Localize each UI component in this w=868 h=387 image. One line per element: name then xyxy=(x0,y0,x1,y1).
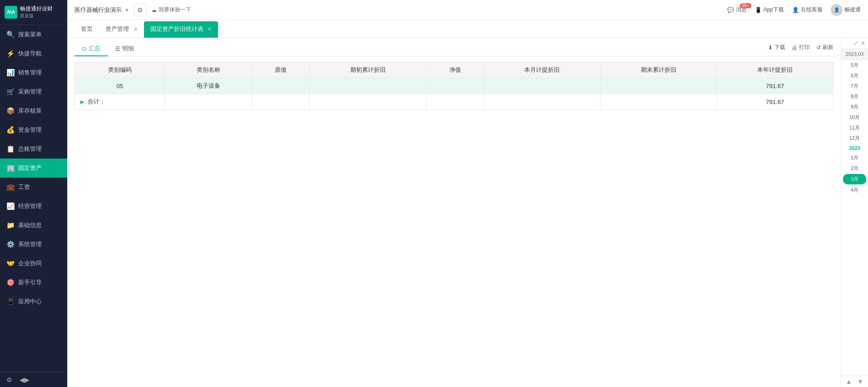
sidebar-bottom: ⚙ ◀▶ xyxy=(0,372,67,387)
topbar-settings-button[interactable]: ⚙ xyxy=(134,4,147,16)
service-icon: 👤 xyxy=(792,7,799,13)
messages-button[interactable]: 💬 消息 99+ xyxy=(727,6,747,14)
date-panel-arrows: ▲ ▼ xyxy=(841,376,868,387)
tab-depreciation-close[interactable]: ✕ xyxy=(208,26,212,32)
print-button[interactable]: 🖨 打印 xyxy=(792,44,810,51)
total-net-value xyxy=(426,94,484,110)
company-selector[interactable]: 医疗器械行业演示 ▼ xyxy=(74,6,129,14)
dropdown-icon: ▼ xyxy=(124,7,129,13)
date-month-12[interactable]: 12月 xyxy=(841,133,868,144)
report-panel: ⊙ 汇总 ☰ 明细 ⬇ 下载 🖨 打印 xyxy=(67,38,841,387)
sidebar-item-fixed-assets[interactable]: 🏢 固定资产 xyxy=(0,159,67,178)
message-badge: 99+ xyxy=(740,3,751,8)
sidebar-item-search[interactable]: 🔍 搜索菜单 xyxy=(0,25,67,44)
sidebar-item-payroll[interactable]: 💼 工资 xyxy=(0,178,67,197)
sidebar-item-operations[interactable]: 📈 经营管理 xyxy=(0,197,67,216)
search-icon: 🔍 xyxy=(6,30,15,39)
operations-icon: 📈 xyxy=(6,202,15,210)
table-row: 05 电子设备 791.67 xyxy=(75,78,833,94)
cell-annual-dep: 791.67 xyxy=(717,78,833,94)
cell-net-value xyxy=(426,78,484,94)
date-month-10[interactable]: 10月 xyxy=(841,112,868,123)
total-icon: ▶ xyxy=(80,99,84,104)
download-button[interactable]: ⬇ 下载 xyxy=(768,44,785,51)
sidebar-nav: 🔍 搜索菜单 ⚡ 快捷导航 📊 销售管理 🛒 采购管理 📦 库存核算 💰 资金管… xyxy=(0,25,67,372)
date-month-2023-1[interactable]: 1月 xyxy=(841,153,868,163)
date-year-2023: 2023 xyxy=(841,144,868,153)
enterprise-icon: 🤝 xyxy=(6,259,15,268)
cell-original xyxy=(252,78,310,94)
date-panel-body: 5月 6月 7月 8月 9月 10月 11月 12月 2023 1月 2月 3月… xyxy=(841,60,868,376)
date-month-8[interactable]: 8月 xyxy=(841,91,868,102)
detail-tab-icon: ☰ xyxy=(115,45,120,52)
date-month-6[interactable]: 6月 xyxy=(841,70,868,81)
summary-tab-icon: ⊙ xyxy=(82,45,87,52)
avatar: 👤 xyxy=(831,4,843,16)
total-name xyxy=(165,94,252,110)
cloud-icon: ☁ xyxy=(151,7,157,13)
cell-monthly-dep xyxy=(484,78,600,94)
sidebar-item-finance[interactable]: 💰 资金管理 xyxy=(0,120,67,139)
tabbar: 首页 资产管理 ✕ 固定资产折旧统计表 ✕ xyxy=(67,20,868,38)
col-monthly-dep: 本月计提折旧 xyxy=(484,62,600,78)
basic-info-icon: 📁 xyxy=(6,221,15,229)
tab-depreciation-report[interactable]: 固定资产折旧统计表 ✕ xyxy=(144,21,218,38)
date-panel-expand-icon[interactable]: ⤢ xyxy=(853,40,858,46)
date-month-9[interactable]: 9月 xyxy=(841,102,868,112)
user-avatar-area[interactable]: 👤 畅捷通 xyxy=(831,4,861,16)
online-service-button[interactable]: 👤 在线客服 xyxy=(792,6,823,14)
total-initial-dep xyxy=(310,94,426,110)
tab-asset-mgmt[interactable]: 资产管理 ✕ xyxy=(99,21,144,38)
payroll-icon: 💼 xyxy=(6,183,15,191)
settings-icon: ⚙ xyxy=(137,6,143,14)
date-month-5[interactable]: 5月 xyxy=(841,60,868,70)
sidebar-item-sales[interactable]: 📊 销售管理 xyxy=(0,63,67,82)
sidebar-item-quick-nav[interactable]: ⚡ 快捷导航 xyxy=(0,44,67,63)
sub-tab-detail[interactable]: ☰ 明细 xyxy=(108,42,141,56)
sidebar-item-enterprise[interactable]: 🤝 企业协同 xyxy=(0,254,67,273)
date-month-2023-4[interactable]: 4月 xyxy=(841,185,868,195)
date-month-11[interactable]: 11月 xyxy=(841,123,868,133)
date-month-2023-3[interactable]: 3月 xyxy=(843,174,866,184)
guide-icon: 🎯 xyxy=(6,278,15,287)
col-period-end-dep: 期末累计折旧 xyxy=(600,62,716,78)
date-down-arrow[interactable]: ▼ xyxy=(857,378,863,385)
tab-home[interactable]: 首页 xyxy=(74,21,99,38)
refresh-button[interactable]: ↺ 刷新 xyxy=(816,44,833,51)
inventory-icon: 📦 xyxy=(6,107,15,115)
date-month-2023-2[interactable]: 2月 xyxy=(841,163,868,174)
app-logo-text: 畅捷通好业财 普及版 xyxy=(20,5,53,19)
date-month-7[interactable]: 7月 xyxy=(841,81,868,91)
topbar-right: 💬 消息 99+ 📱 App下载 👤 在线客服 👤 畅捷通 xyxy=(727,4,861,16)
sidebar-item-basic-info[interactable]: 📁 基础信息 xyxy=(0,216,67,235)
sidebar-logo: AtA 畅捷通好业财 普及版 xyxy=(0,0,67,25)
settings-bottom-icon[interactable]: ⚙ xyxy=(6,376,12,383)
toolbar-actions: ⬇ 下载 🖨 打印 ↺ 刷新 xyxy=(768,44,833,54)
total-period-end-dep xyxy=(600,94,716,110)
sidebar-item-system[interactable]: ⚙️ 系统管理 xyxy=(0,235,67,254)
app-download-button[interactable]: 📱 App下载 xyxy=(755,6,784,14)
col-original: 原值 xyxy=(252,62,310,78)
sub-tab-summary[interactable]: ⊙ 汇总 xyxy=(74,42,108,56)
app-center-icon: 📱 xyxy=(6,298,15,306)
depreciation-table: 类别编码 类别名称 原值 期初累计折旧 净值 本月计提折旧 期末累计折旧 本年计… xyxy=(74,62,833,110)
sidebar: AtA 畅捷通好业财 普及版 🔍 搜索菜单 ⚡ 快捷导航 📊 销售管理 🛒 采购… xyxy=(0,0,67,387)
sidebar-item-inventory[interactable]: 📦 库存核算 xyxy=(0,101,67,120)
col-name: 类别名称 xyxy=(165,62,252,78)
col-net-value: 净值 xyxy=(426,62,484,78)
collapse-icon[interactable]: ◀▶ xyxy=(20,376,30,383)
system-icon: ⚙️ xyxy=(6,240,15,248)
message-icon: 💬 xyxy=(727,7,734,13)
tab-asset-mgmt-close[interactable]: ✕ xyxy=(134,26,138,32)
sidebar-item-purchase[interactable]: 🛒 采购管理 xyxy=(0,82,67,101)
experience-button[interactable]: ☁ 我要体验一下 xyxy=(151,6,191,14)
sidebar-item-ledger[interactable]: 📋 总账管理 xyxy=(0,139,67,159)
date-panel-close-icon[interactable]: ✕ xyxy=(861,40,865,46)
sidebar-item-app-center[interactable]: 📱 应用中心 xyxy=(0,292,67,311)
app-logo-icon: AtA xyxy=(5,6,17,19)
sidebar-item-guide[interactable]: 🎯 新手引导 xyxy=(0,273,67,292)
date-panel-controls: ⤢ ✕ xyxy=(841,38,868,49)
total-label: ▶ 合计： xyxy=(75,94,165,110)
content-area: ⊙ 汇总 ☰ 明细 ⬇ 下载 🖨 打印 xyxy=(67,38,868,387)
date-up-arrow[interactable]: ▲ xyxy=(846,378,852,385)
